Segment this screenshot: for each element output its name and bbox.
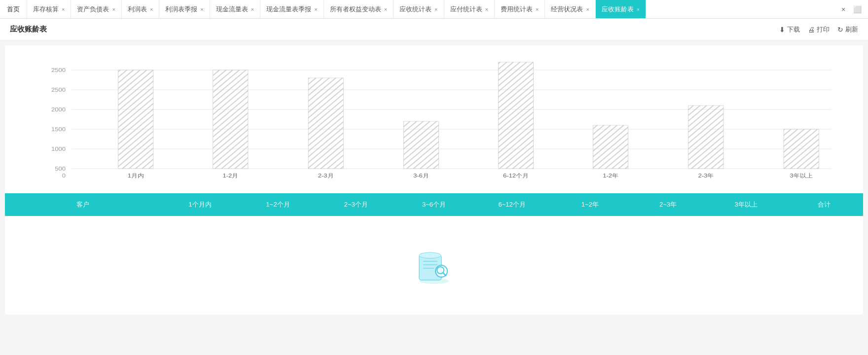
- table-header-cell-8: 3年以上: [707, 193, 785, 216]
- table-header-cell-9: 合计: [785, 193, 863, 216]
- tab-label-cashflow-q: 现金流量表季报: [266, 5, 311, 14]
- tab-label-balance: 资产负债表: [77, 5, 109, 14]
- table-header-cell-2: 1~2个月: [239, 193, 317, 216]
- svg-text:1500: 1500: [51, 126, 66, 133]
- svg-text:1-2年: 1-2年: [603, 173, 618, 179]
- tab-close-profit-q[interactable]: ×: [200, 6, 203, 12]
- tab-ar-age[interactable]: 应收账龄表×: [596, 0, 646, 19]
- table-header-cell-4: 3~6个月: [395, 193, 473, 216]
- tab-label-expense: 费用统计表: [501, 5, 533, 14]
- tab-close-equity[interactable]: ×: [384, 6, 387, 12]
- refresh-button[interactable]: ↻ 刷新: [837, 25, 858, 34]
- bar-1-2year: [593, 125, 628, 169]
- empty-icon: [409, 246, 459, 285]
- print-button[interactable]: 🖨 打印: [808, 25, 830, 34]
- tab-ap-stat[interactable]: 应付统计表×: [444, 0, 495, 19]
- tab-close-inventory[interactable]: ×: [62, 6, 65, 12]
- svg-text:2500: 2500: [51, 87, 66, 93]
- bar-1-2month: [213, 70, 248, 169]
- download-icon: ⬇: [779, 26, 785, 34]
- table-header-cell-1: 1个月内: [161, 193, 239, 216]
- bar-2-3year: [688, 106, 723, 169]
- tab-profit-q[interactable]: 利润表季报×: [159, 0, 210, 19]
- chart-area: 2500 2500 2000 1500 1000 500 0 1月内 1-2月 …: [5, 45, 863, 193]
- svg-text:1-2月: 1-2月: [222, 173, 238, 179]
- tab-close-cashflow[interactable]: ×: [251, 6, 254, 12]
- tab-profit[interactable]: 利润表×: [122, 0, 159, 19]
- svg-text:1000: 1000: [51, 146, 66, 152]
- download-button[interactable]: ⬇ 下载: [779, 25, 800, 34]
- main-content: 2500 2500 2000 1500 1000 500 0 1月内 1-2月 …: [5, 45, 863, 315]
- chart-svg: 2500 2500 2000 1500 1000 500 0 1月内 1-2月 …: [25, 55, 843, 183]
- bar-3-6month: [403, 121, 438, 169]
- tab-label-ap-stat: 应付统计表: [450, 5, 482, 14]
- tab-ar-stat[interactable]: 应收统计表×: [394, 0, 444, 19]
- tab-close-balance[interactable]: ×: [112, 6, 115, 12]
- table-header-cell-5: 6~12个月: [473, 193, 551, 216]
- header-actions: ⬇ 下载 🖨 打印 ↻ 刷新: [779, 25, 858, 34]
- table-header-cell-6: 1~2年: [551, 193, 629, 216]
- svg-text:2-3月: 2-3月: [318, 173, 334, 179]
- tab-expense[interactable]: 费用统计表×: [495, 0, 545, 19]
- tab-bar: 首页 库存核算×资产负债表×利润表×利润表季报×现金流量表×现金流量表季报×所有…: [0, 0, 868, 19]
- svg-point-25: [419, 252, 441, 258]
- table-header-cell-0: 客户: [5, 193, 161, 216]
- print-label: 打印: [817, 25, 830, 34]
- svg-text:500: 500: [55, 166, 66, 172]
- refresh-label: 刷新: [845, 25, 858, 34]
- svg-text:2-3年: 2-3年: [698, 173, 714, 179]
- close-button[interactable]: ×: [836, 2, 850, 16]
- tab-operation[interactable]: 经营状况表×: [545, 0, 595, 19]
- tab-label-ar-stat: 应收统计表: [399, 5, 432, 14]
- tab-close-ar-age[interactable]: ×: [637, 6, 640, 12]
- bar-1month: [118, 70, 153, 169]
- svg-text:6-12个月: 6-12个月: [503, 173, 529, 179]
- svg-text:0: 0: [62, 173, 66, 179]
- page-title: 应收账龄表: [10, 25, 47, 34]
- svg-text:2500: 2500: [51, 67, 66, 73]
- print-icon: 🖨: [808, 26, 815, 34]
- download-label: 下载: [787, 25, 800, 34]
- tab-equity[interactable]: 所有者权益变动表×: [324, 0, 394, 19]
- bar-6-12month: [498, 62, 533, 169]
- table-header-cell-3: 2~3个月: [317, 193, 395, 216]
- tab-balance[interactable]: 资产负债表×: [71, 0, 121, 19]
- window-controls: × ⬜: [836, 2, 868, 16]
- svg-text:2000: 2000: [51, 106, 66, 113]
- tab-label-operation: 经营状况表: [551, 5, 583, 14]
- tab-close-cashflow-q[interactable]: ×: [314, 6, 317, 12]
- table-header-cell-7: 2~3年: [629, 193, 707, 216]
- tab-label-ar-age: 应收账龄表: [602, 5, 634, 14]
- tab-inventory[interactable]: 库存核算×: [27, 0, 71, 19]
- tab-close-ap-stat[interactable]: ×: [485, 6, 488, 12]
- tab-cashflow-q[interactable]: 现金流量表季报×: [260, 0, 324, 19]
- table-header: 客户1个月内1~2个月2~3个月3~6个月6~12个月1~2年2~3年3年以上合…: [5, 193, 863, 216]
- home-tab-label: 首页: [7, 5, 20, 14]
- tab-close-expense[interactable]: ×: [536, 6, 539, 12]
- svg-text:3年以上: 3年以上: [790, 173, 813, 179]
- bar-2-3month: [308, 78, 343, 169]
- tab-cashflow[interactable]: 现金流量表×: [210, 0, 260, 19]
- tab-label-equity: 所有者权益变动表: [330, 5, 381, 14]
- tab-close-ar-stat[interactable]: ×: [434, 6, 437, 12]
- tab-close-operation[interactable]: ×: [586, 6, 589, 12]
- tab-close-profit[interactable]: ×: [150, 6, 153, 12]
- tab-home[interactable]: 首页: [0, 0, 27, 19]
- refresh-icon: ↻: [837, 26, 843, 34]
- empty-state: [5, 216, 863, 315]
- page-header: 应收账龄表 ⬇ 下载 🖨 打印 ↻ 刷新: [0, 19, 868, 40]
- tab-label-cashflow: 现金流量表: [216, 5, 248, 14]
- maximize-button[interactable]: ⬜: [850, 2, 864, 16]
- tab-label-inventory: 库存核算: [33, 5, 59, 14]
- bar-3year-plus: [784, 129, 819, 169]
- tab-label-profit-q: 利润表季报: [165, 5, 197, 14]
- tab-label-profit: 利润表: [128, 5, 147, 14]
- svg-text:1月内: 1月内: [128, 173, 144, 179]
- svg-text:3-6月: 3-6月: [413, 173, 429, 179]
